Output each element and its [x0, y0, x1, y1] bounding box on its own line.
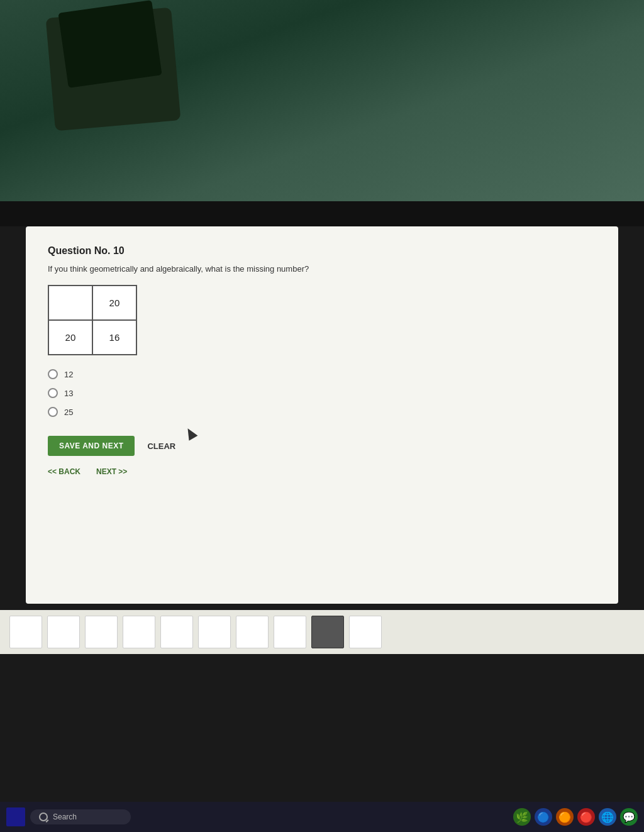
option-12[interactable]: 12 — [48, 369, 596, 379]
grid-cell-top-right: 20 — [92, 286, 136, 320]
answer-options: 12 13 25 — [48, 369, 596, 417]
search-label: Search — [53, 813, 77, 821]
option-25[interactable]: 25 — [48, 407, 596, 417]
thumbnail-5[interactable] — [160, 616, 193, 648]
thumbnail-7[interactable] — [236, 616, 269, 648]
thumbnail-2[interactable] — [47, 616, 80, 648]
search-icon — [39, 813, 48, 821]
taskbar-icon-red[interactable]: 🔴 — [577, 808, 595, 826]
taskbar-icon-whatsapp[interactable]: 💬 — [620, 808, 638, 826]
thumbnail-6[interactable] — [198, 616, 231, 648]
thumbnail-bar — [0, 610, 644, 654]
start-button[interactable] — [6, 807, 25, 826]
grid-table: 20 20 16 — [48, 285, 137, 355]
thumbnail-1[interactable] — [9, 616, 42, 648]
nav-row: << BACK NEXT >> — [48, 467, 596, 476]
next-link[interactable]: NEXT >> — [96, 467, 127, 476]
taskbar-icon-blue[interactable]: 🔵 — [535, 808, 552, 826]
option-label-25: 25 — [64, 408, 73, 417]
taskbar-icon-orange[interactable]: 🟠 — [556, 808, 574, 826]
clear-button[interactable]: CLEAR — [147, 441, 175, 451]
option-13[interactable]: 13 — [48, 388, 596, 398]
grid-cell-bottom-left: 20 — [48, 320, 92, 355]
radio-circle-12[interactable] — [48, 369, 58, 379]
radio-circle-13[interactable] — [48, 388, 58, 398]
dark-separator — [0, 201, 644, 226]
thumbnail-4[interactable] — [123, 616, 155, 648]
taskbar: Search 🌿 🔵 🟠 🔴 🌐 💬 — [0, 802, 644, 832]
buttons-row: SAVE AND NEXT CLEAR — [48, 436, 596, 456]
thumbnail-10[interactable] — [349, 616, 382, 648]
question-text: If you think geometrically and algebraic… — [48, 264, 596, 274]
save-and-next-button[interactable]: SAVE AND NEXT — [48, 436, 135, 456]
question-title: Question No. 10 — [48, 245, 596, 257]
taskbar-icon-edge[interactable]: 🌐 — [599, 808, 616, 826]
taskbar-icon-green[interactable]: 🌿 — [513, 808, 531, 826]
thumbnail-3[interactable] — [85, 616, 118, 648]
photo-background — [0, 0, 644, 201]
back-link[interactable]: << BACK — [48, 467, 80, 476]
content-card: Question No. 10 If you think geometrical… — [26, 226, 618, 604]
grid-cell-bottom-right: 16 — [92, 320, 136, 355]
grid-cell-top-left — [48, 286, 92, 320]
taskbar-icons: 🌿 🔵 🟠 🔴 🌐 💬 — [513, 808, 638, 826]
option-label-12: 12 — [64, 370, 73, 379]
radio-circle-25[interactable] — [48, 407, 58, 417]
taskbar-search[interactable]: Search — [30, 809, 131, 824]
thumbnail-8[interactable] — [274, 616, 306, 648]
option-label-13: 13 — [64, 389, 73, 398]
thumbnail-9[interactable] — [311, 616, 344, 648]
